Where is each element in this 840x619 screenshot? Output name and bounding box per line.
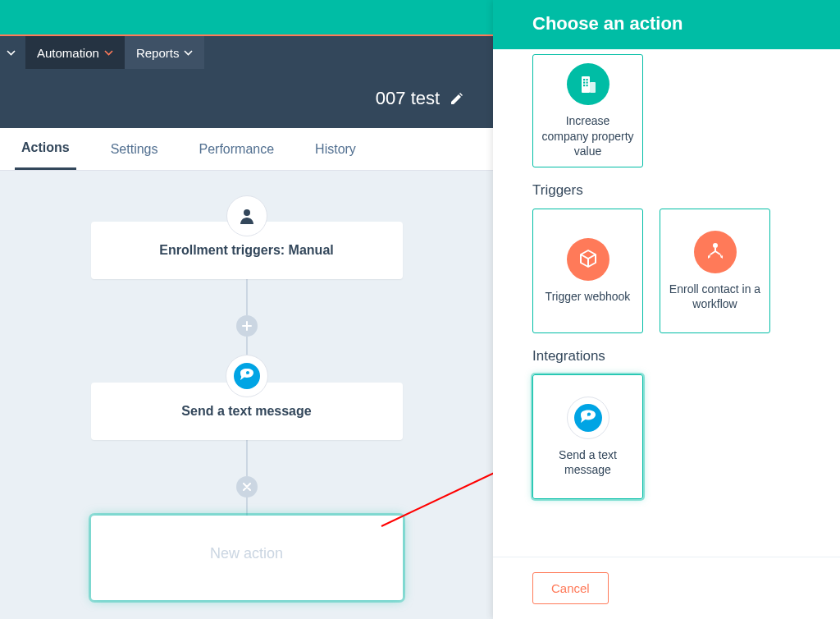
nav-label: Automation	[37, 46, 99, 60]
enroll-label: Enrollment triggers: Manual	[159, 243, 333, 257]
person-icon	[226, 195, 267, 236]
nav-label: Reports	[136, 46, 180, 60]
action-enroll-workflow[interactable]: Enroll contact in a workflow	[660, 209, 770, 333]
connector-line	[246, 279, 248, 315]
workflow-node-sms[interactable]: Send a text message	[91, 355, 403, 440]
nav-item-reports[interactable]: Reports	[125, 36, 205, 69]
nav-item-automation[interactable]: Automation	[25, 36, 125, 69]
tab-label: History	[315, 142, 356, 157]
svg-rect-5	[583, 79, 585, 80]
tab-history[interactable]: History	[308, 128, 363, 170]
action-label: Enroll contact in a workflow	[669, 282, 761, 311]
cancel-button[interactable]: Cancel	[532, 572, 609, 604]
cube-icon	[567, 238, 609, 281]
svg-point-0	[244, 209, 250, 216]
svg-rect-3	[582, 76, 590, 93]
new-action-label: New action	[210, 545, 283, 562]
action-chooser-panel: Choose an action Increase company proper…	[493, 0, 840, 619]
tab-label: Actions	[21, 140, 70, 155]
svg-rect-6	[586, 79, 587, 80]
new-action-card[interactable]: New action	[91, 516, 403, 600]
connector-line	[246, 497, 248, 516]
panel-title: Choose an action	[532, 13, 682, 34]
svg-rect-7	[583, 81, 585, 83]
chevron-down-icon	[184, 50, 193, 56]
svg-rect-8	[586, 81, 587, 83]
building-icon	[567, 63, 609, 105]
chevron-down-icon	[104, 50, 113, 56]
action-label: Increase company property value	[541, 113, 634, 158]
connector-line	[246, 440, 248, 476]
svg-rect-9	[583, 85, 585, 86]
action-label: Trigger webhook	[546, 289, 631, 304]
workflow-node-enroll[interactable]: Enrollment triggers: Manual	[91, 195, 403, 279]
action-trigger-webhook[interactable]: Trigger webhook	[532, 209, 643, 333]
chevron-down-icon	[7, 50, 16, 56]
action-increase-company-property[interactable]: Increase company property value	[532, 54, 643, 167]
tab-label: Performance	[199, 142, 274, 157]
section-title-triggers: Triggers	[532, 182, 804, 199]
action-label: Send a text message	[541, 447, 634, 477]
svg-rect-10	[586, 85, 587, 86]
edit-icon[interactable]	[450, 91, 464, 106]
nav-item-prev[interactable]	[0, 36, 25, 69]
svg-rect-4	[590, 82, 596, 93]
add-step-button[interactable]	[236, 315, 258, 337]
section-title-integrations: Integrations	[532, 348, 804, 365]
workflow-canvas: Enrollment triggers: Manual Send a text …	[0, 171, 493, 617]
panel-header: Choose an action	[493, 0, 840, 49]
workflow-icon	[694, 231, 737, 273]
workflow-title: 007 test	[376, 88, 440, 109]
tab-performance[interactable]: Performance	[192, 128, 281, 170]
sms-label: Send a text message	[181, 404, 311, 418]
connector-line	[246, 337, 248, 355]
tab-actions[interactable]: Actions	[15, 128, 76, 170]
tab-settings[interactable]: Settings	[104, 128, 165, 170]
action-send-text-message[interactable]: Send a text message	[532, 374, 643, 499]
tab-label: Settings	[111, 142, 158, 157]
svg-point-11	[713, 243, 718, 248]
remove-step-button[interactable]	[236, 476, 258, 497]
sms-icon	[567, 397, 609, 439]
cancel-label: Cancel	[551, 581, 590, 595]
sms-icon	[226, 355, 268, 397]
panel-footer: Cancel	[493, 557, 840, 619]
